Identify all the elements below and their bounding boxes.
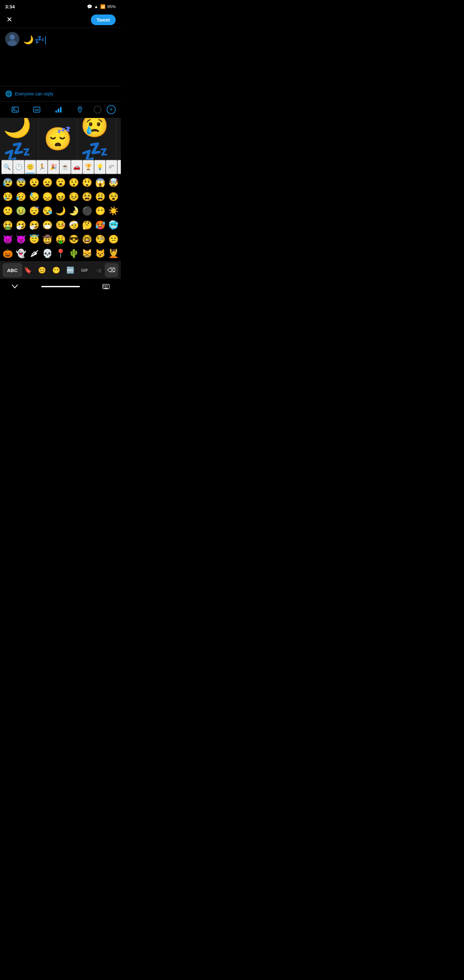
emoji-cell[interactable]: 😮 xyxy=(54,176,67,189)
emoji-cell[interactable]: 🤕 xyxy=(67,218,80,232)
emoji-cell[interactable]: 😲 xyxy=(81,176,93,189)
keyboard-bottom-bar: ABC 🔖 😊 😶 🔤 GIF :-) ⌫ xyxy=(0,261,121,278)
emoji-cell[interactable]: 😵 xyxy=(107,190,119,204)
emoji-cell[interactable]: 😨 xyxy=(14,176,27,189)
emoji-cell[interactable]: 😾 xyxy=(94,247,106,260)
emoji-cell[interactable]: 😧 xyxy=(28,176,40,189)
emoji-cat-search[interactable]: 🔍 xyxy=(1,160,13,174)
keyboard-switch-button[interactable] xyxy=(99,282,113,292)
emoji-cell[interactable]: 🤧 xyxy=(14,218,27,232)
reply-setting[interactable]: 🌐 Everyone can reply xyxy=(0,86,121,102)
emoji-cell[interactable]: 😢 xyxy=(1,190,14,204)
svg-rect-16 xyxy=(105,286,106,287)
emoji-cat-people[interactable]: 🏃 xyxy=(36,160,48,174)
emoji-cell[interactable]: 💆 xyxy=(107,247,119,260)
emoji-cell[interactable]: 🌵 xyxy=(67,247,80,260)
sticker-button[interactable]: 🔖 xyxy=(22,263,34,277)
emoji-cat-food[interactable]: ☕ xyxy=(59,160,71,174)
keyboard-down-button[interactable] xyxy=(8,282,22,292)
text-emoji-button[interactable]: 🔤 xyxy=(65,263,76,277)
emoji-cell[interactable]: 😴 xyxy=(28,204,40,218)
emoji-cell[interactable]: 😰 xyxy=(1,176,14,189)
emoji-cell[interactable]: 👻 xyxy=(14,247,27,260)
emoji-cell[interactable]: 🤔 xyxy=(81,218,93,232)
emoji-cell[interactable]: 😷 xyxy=(41,218,54,232)
close-button[interactable]: ✕ xyxy=(5,14,14,25)
emoji-cell[interactable]: 🤮 xyxy=(1,218,14,232)
emoji-cat-recent[interactable]: 🕐 xyxy=(13,160,24,174)
emoji-cell[interactable]: 🤯 xyxy=(107,176,119,189)
emoji-cat-misc[interactable]: #* xyxy=(106,160,117,174)
emoji-suggestion-3[interactable]: 😟💤 xyxy=(116,118,121,160)
tweet-header: ✕ Tweet xyxy=(0,12,121,28)
abc-button[interactable]: ABC xyxy=(3,263,22,277)
location-button[interactable] xyxy=(70,104,90,115)
emoji-cell[interactable]: 😇 xyxy=(28,232,40,246)
gif-keyboard-button[interactable]: GIF xyxy=(79,263,91,277)
svg-rect-17 xyxy=(106,286,108,287)
emoji-cell[interactable]: 👿 xyxy=(14,232,27,246)
emoji-cat-smileys[interactable]: 🙂 xyxy=(24,160,36,174)
signal-icon: 📶 xyxy=(100,4,105,9)
add-content-button[interactable]: + xyxy=(106,105,116,114)
emoji-cell[interactable]: 🤑 xyxy=(54,232,67,246)
emoji-suggestions: 🌙💤 😴 😢💤 😟💤 🐻 xyxy=(0,118,121,160)
emoji-cell[interactable]: 📍 xyxy=(54,247,67,260)
tweet-button[interactable]: Tweet xyxy=(91,14,116,25)
gif-button[interactable]: GIF xyxy=(27,104,47,115)
emoji-cat-activities[interactable]: 🎉 xyxy=(48,160,59,174)
emoji-cell[interactable]: 😪 xyxy=(41,204,54,218)
emoji-cell[interactable]: 😸 xyxy=(81,247,93,260)
emoji-cell[interactable]: 🤧 xyxy=(28,218,40,232)
emoji-cell[interactable]: ⚫ xyxy=(81,204,93,218)
emoji-cell[interactable]: 😩 xyxy=(94,190,106,204)
kaomoji-button[interactable]: 😶 xyxy=(51,263,62,277)
image-button[interactable] xyxy=(5,104,25,115)
svg-point-10 xyxy=(79,108,81,109)
emoji-cell[interactable]: 😫 xyxy=(81,190,93,204)
emoji-cell[interactable]: 🤢 xyxy=(14,204,27,218)
emoji-cell[interactable]: 😎 xyxy=(67,232,80,246)
emoji-cell[interactable]: 🌙 xyxy=(54,204,67,218)
emoji-cell[interactable]: 😶 xyxy=(94,204,106,218)
svg-rect-15 xyxy=(103,286,104,287)
emoji-cell[interactable]: 😓 xyxy=(28,190,40,204)
reply-setting-label: Everyone can reply xyxy=(15,91,54,96)
tweet-input-area[interactable]: 🌙💤 xyxy=(23,32,116,45)
emoji-cat-objects[interactable]: 🏆 xyxy=(83,160,94,174)
emoji-cell[interactable]: 🤒 xyxy=(54,218,67,232)
emoji-category-bar: 🔍 🕐 🙂 🏃 🎉 ☕ 🚗 🏆 💡 #* 🏳 xyxy=(0,160,121,174)
emoji-cell[interactable]: 💀 xyxy=(41,247,54,260)
emoji-cell[interactable]: 😈 xyxy=(1,232,14,246)
emoji-cell[interactable]: 😖 xyxy=(54,190,67,204)
svg-rect-13 xyxy=(105,285,106,286)
emoji-cell[interactable]: 😞 xyxy=(41,190,54,204)
emoji-cell[interactable]: 🧐 xyxy=(94,232,106,246)
emoji-cell[interactable]: 😕 xyxy=(107,232,119,246)
emoji-cell[interactable]: 🙁 xyxy=(1,204,14,218)
backspace-button[interactable]: ⌫ xyxy=(105,263,119,277)
emoji-cat-travel[interactable]: 🚗 xyxy=(71,160,83,174)
emoji-cell[interactable]: ☀️ xyxy=(107,204,119,218)
emoji-cell[interactable]: 😥 xyxy=(14,190,27,204)
emoji-cell[interactable]: 🤠 xyxy=(41,232,54,246)
emoji-cell[interactable]: 🎃 xyxy=(1,247,14,260)
emoticon-button[interactable]: :-) xyxy=(93,263,105,277)
emoji-suggestion-2[interactable]: 😢💤 xyxy=(77,118,116,160)
poll-button[interactable] xyxy=(48,104,68,115)
emoji-suggestion-1[interactable]: 😴 xyxy=(39,118,77,160)
emoji-cell[interactable]: 🌶 xyxy=(28,247,40,260)
emoji-cell[interactable]: 🥶 xyxy=(107,218,119,232)
emoji-cell[interactable]: 😱 xyxy=(94,176,106,189)
emoji-cat-symbols[interactable]: 💡 xyxy=(94,160,106,174)
emoji-cell[interactable]: 🌛 xyxy=(67,204,80,218)
emoji-cell[interactable]: 😣 xyxy=(67,190,80,204)
emoji-cat-flags[interactable]: 🏳 xyxy=(117,160,121,174)
emoji-suggestion-0[interactable]: 🌙💤 xyxy=(0,118,39,160)
emoji-cell[interactable]: 🥵 xyxy=(94,218,106,232)
battery-label: 95% xyxy=(107,4,116,9)
emoji-cell[interactable]: 😦 xyxy=(41,176,54,189)
emoji-switch-button[interactable]: 😊 xyxy=(37,263,48,277)
emoji-cell[interactable]: 🤓 xyxy=(81,232,93,246)
emoji-cell[interactable]: 😯 xyxy=(67,176,80,189)
